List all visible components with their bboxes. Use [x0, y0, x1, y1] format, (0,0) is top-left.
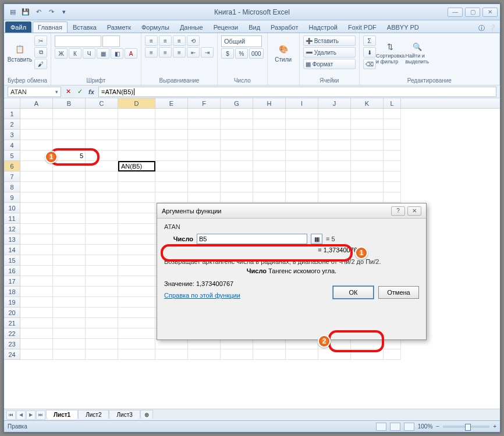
cell-E24[interactable] [155, 349, 188, 360]
cell-G2[interactable] [221, 119, 253, 130]
row-header-8[interactable]: 8 [4, 182, 20, 192]
cell-H6[interactable] [253, 161, 286, 171]
cell-J8[interactable] [318, 182, 351, 192]
cell-B24[interactable] [53, 349, 86, 360]
row-header-5[interactable]: 5 [4, 151, 20, 161]
cell-C21[interactable] [86, 318, 118, 328]
view-normal[interactable] [376, 423, 386, 431]
row-header-13[interactable]: 13 [4, 234, 20, 245]
help-icon[interactable]: ❔ [488, 24, 496, 32]
cell-D17[interactable] [118, 276, 155, 287]
cell-G7[interactable] [221, 171, 253, 182]
view-break[interactable] [404, 423, 414, 431]
qat-dropdown-icon[interactable]: ▾ [59, 7, 69, 17]
help-link[interactable]: Справка по этой функции [164, 292, 240, 299]
cell-E9[interactable] [155, 192, 188, 203]
cell-A23[interactable] [20, 339, 53, 349]
cell-C7[interactable] [86, 171, 118, 182]
col-header-K[interactable]: K [351, 98, 384, 108]
dialog-close-button[interactable]: ✕ [407, 206, 421, 216]
cell-C10[interactable] [86, 203, 118, 213]
row-header-15[interactable]: 15 [4, 255, 20, 266]
cell-A22[interactable] [20, 328, 53, 339]
cell-B23[interactable] [53, 339, 86, 349]
cell-G23[interactable] [221, 339, 253, 349]
cell-D12[interactable] [118, 224, 155, 234]
dialog-titlebar[interactable]: Аргументы функции ?✕ [157, 203, 426, 219]
cell-D18[interactable] [118, 287, 155, 297]
cell-H7[interactable] [253, 171, 286, 182]
cell-D9[interactable] [118, 192, 155, 203]
tab-file[interactable]: Файл [5, 22, 31, 33]
cell-J5[interactable] [318, 151, 351, 161]
cell-E3[interactable] [155, 130, 188, 140]
col-header-L[interactable]: L [384, 98, 401, 108]
cell-C6[interactable] [86, 161, 118, 171]
tab-insert[interactable]: Вставка [68, 22, 102, 33]
find-select-button[interactable]: 🔍Найти и выделить [405, 35, 430, 70]
currency[interactable]: $ [221, 48, 234, 59]
cell-B12[interactable] [53, 224, 86, 234]
cell-A2[interactable] [20, 119, 53, 130]
cell-B17[interactable] [53, 276, 86, 287]
fx-button[interactable]: fx [86, 87, 97, 97]
row-header-18[interactable]: 18 [4, 287, 20, 297]
cell-G3[interactable] [221, 130, 253, 140]
row-header-11[interactable]: 11 [4, 213, 20, 224]
cell-H3[interactable] [253, 130, 286, 140]
maximize-button[interactable]: ▢ [465, 8, 480, 17]
range-selector-button[interactable]: ▦ [311, 234, 322, 244]
cell-I2[interactable] [286, 119, 318, 130]
cell-L2[interactable] [384, 119, 401, 130]
cell-F1[interactable] [188, 109, 221, 119]
cell-D3[interactable] [118, 130, 155, 140]
col-header-D[interactable]: D [118, 98, 155, 108]
cell-C17[interactable] [86, 276, 118, 287]
number-format-combo[interactable]: Общий [221, 35, 262, 47]
cell-H8[interactable] [253, 182, 286, 192]
cell-D20[interactable] [118, 308, 155, 318]
dialog-help-button[interactable]: ? [391, 206, 405, 216]
cell-L9[interactable] [384, 192, 401, 203]
cell-K8[interactable] [351, 182, 384, 192]
cell-B10[interactable] [53, 203, 86, 213]
cell-A20[interactable] [20, 308, 53, 318]
cell-I23[interactable] [286, 339, 318, 349]
align-top[interactable]: ≡ [145, 35, 158, 46]
cell-D21[interactable] [118, 318, 155, 328]
cell-A13[interactable] [20, 234, 53, 245]
col-header-G[interactable]: G [221, 98, 253, 108]
cell-I7[interactable] [286, 171, 318, 182]
sheet-tab-2[interactable]: Лист2 [78, 410, 109, 419]
sheet-tab-1[interactable]: Лист1 [46, 410, 78, 419]
cell-C1[interactable] [86, 109, 118, 119]
cell-C18[interactable] [86, 287, 118, 297]
cell-J6[interactable] [318, 161, 351, 171]
cell-A10[interactable] [20, 203, 53, 213]
col-header-C[interactable]: C [86, 98, 118, 108]
cell-F4[interactable] [188, 140, 221, 151]
row-header-4[interactable]: 4 [4, 140, 20, 151]
cell-J24[interactable] [318, 349, 351, 360]
row-header-14[interactable]: 14 [4, 245, 20, 255]
cell-C19[interactable] [86, 297, 118, 308]
font-color-button[interactable]: A [125, 48, 137, 59]
cell-K7[interactable] [351, 171, 384, 182]
cell-J4[interactable] [318, 140, 351, 151]
cell-B3[interactable] [53, 130, 86, 140]
cell-K2[interactable] [351, 119, 384, 130]
cell-E23[interactable] [155, 339, 188, 349]
zoom-slider[interactable] [443, 426, 489, 428]
tab-home[interactable]: Главная [33, 22, 68, 33]
cell-K3[interactable] [351, 130, 384, 140]
cell-A12[interactable] [20, 224, 53, 234]
cell-D2[interactable] [118, 119, 155, 130]
cell-C9[interactable] [86, 192, 118, 203]
cell-C2[interactable] [86, 119, 118, 130]
cell-C20[interactable] [86, 308, 118, 318]
cell-I24[interactable] [286, 349, 318, 360]
cell-J1[interactable] [318, 109, 351, 119]
cell-D23[interactable] [118, 339, 155, 349]
row-header-19[interactable]: 19 [4, 297, 20, 308]
underline-button[interactable]: Ч [83, 48, 95, 59]
